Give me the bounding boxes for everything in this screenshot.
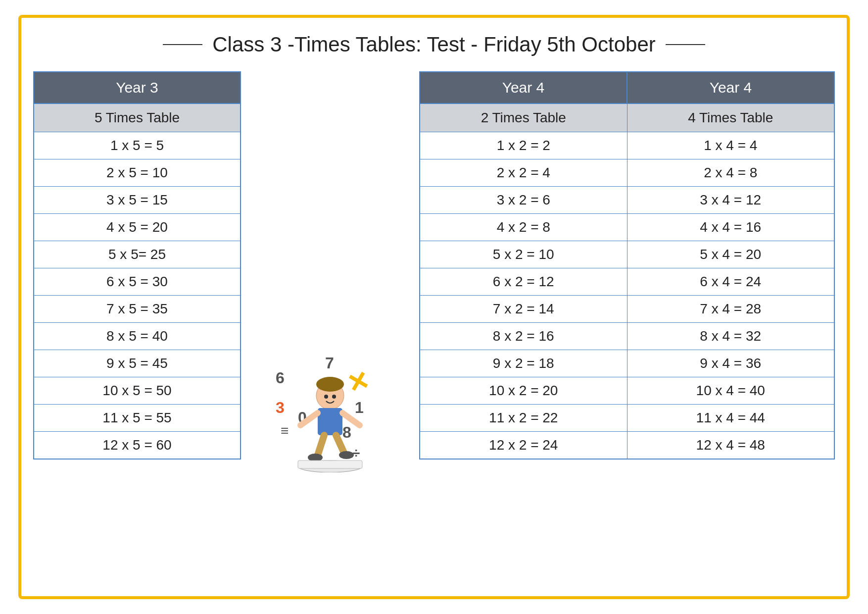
kid-svg: 6 7 3 0 1 8 ≡ ÷ ✕ xyxy=(271,354,389,472)
svg-text:3: 3 xyxy=(276,399,285,416)
year3-header: Year 3 xyxy=(34,72,241,103)
svg-text:✕: ✕ xyxy=(344,365,373,399)
table-row: 9 x 5 = 45 xyxy=(34,350,241,377)
title-line-left xyxy=(163,44,202,45)
table-row: 3 x 2 = 6 xyxy=(420,187,627,214)
table-row: 1 x 4 = 4 xyxy=(627,132,834,159)
table-row: 6 x 5 = 30 xyxy=(34,268,241,296)
table-row: 1 x 2 = 2 xyxy=(420,132,627,159)
year4-table: Year 4 Year 4 2 Times Table 4 Times Tabl… xyxy=(419,71,835,460)
year3-subheader: 5 Times Table xyxy=(34,103,241,132)
table-row: 8 x 2 = 16 xyxy=(420,323,627,350)
table-row: 11 x 5 = 55 xyxy=(34,405,241,432)
year3-section: Year 3 5 Times Table 1 x 5 = 52 x 5 = 10… xyxy=(33,71,241,460)
year4-col1-subheader: 2 Times Table xyxy=(420,103,627,132)
table-row: 4 x 4 = 16 xyxy=(627,214,834,241)
table-row: 2 x 5 = 10 xyxy=(34,159,241,187)
table-row: 12 x 2 = 24 xyxy=(420,432,627,460)
table-row: 3 x 4 = 12 xyxy=(627,187,834,214)
svg-rect-11 xyxy=(318,408,342,435)
table-row: 6 x 4 = 24 xyxy=(627,268,834,296)
table-row: 4 x 5 = 20 xyxy=(34,214,241,241)
title-text: Class 3 -Times Tables: Test - Friday 5th… xyxy=(212,33,656,56)
svg-point-19 xyxy=(332,395,336,399)
table-row: 10 x 4 = 40 xyxy=(627,377,834,405)
page-title: Class 3 -Times Tables: Test - Friday 5th… xyxy=(163,33,705,56)
page-container: Class 3 -Times Tables: Test - Friday 5th… xyxy=(18,15,850,599)
table-row: 5 x 5= 25 xyxy=(34,241,241,268)
table-row: 8 x 4 = 32 xyxy=(627,323,834,350)
svg-text:8: 8 xyxy=(342,423,351,441)
table-row: 11 x 4 = 44 xyxy=(627,405,834,432)
table-row: 5 x 4 = 20 xyxy=(627,241,834,268)
table-row: 10 x 2 = 20 xyxy=(420,377,627,405)
tables-area: Year 3 5 Times Table 1 x 5 = 52 x 5 = 10… xyxy=(41,71,827,477)
table-row: 5 x 2 = 10 xyxy=(420,241,627,268)
table-row: 9 x 2 = 18 xyxy=(420,350,627,377)
table-row: 9 x 4 = 36 xyxy=(627,350,834,377)
table-row: 12 x 5 = 60 xyxy=(34,432,241,460)
table-row: 7 x 2 = 14 xyxy=(420,296,627,323)
svg-text:÷: ÷ xyxy=(352,445,360,460)
table-row: 4 x 2 = 8 xyxy=(420,214,627,241)
svg-text:1: 1 xyxy=(355,399,364,416)
svg-text:≡: ≡ xyxy=(281,423,289,438)
svg-text:7: 7 xyxy=(325,354,334,372)
year4-col2-subheader: 4 Times Table xyxy=(627,103,834,132)
svg-rect-21 xyxy=(298,460,362,468)
table-row: 1 x 5 = 5 xyxy=(34,132,241,159)
svg-point-17 xyxy=(339,451,354,459)
svg-point-18 xyxy=(324,395,328,399)
table-row: 2 x 4 = 8 xyxy=(627,159,834,187)
table-row: 2 x 2 = 4 xyxy=(420,159,627,187)
year3-table: Year 3 5 Times Table 1 x 5 = 52 x 5 = 10… xyxy=(33,71,241,460)
table-row: 7 x 4 = 28 xyxy=(627,296,834,323)
table-row: 10 x 5 = 50 xyxy=(34,377,241,405)
table-row: 6 x 2 = 12 xyxy=(420,268,627,296)
svg-line-14 xyxy=(318,435,324,455)
table-row: 12 x 4 = 48 xyxy=(627,432,834,460)
year4-col1-header: Year 4 xyxy=(420,72,627,103)
year4-col2-header: Year 4 xyxy=(627,72,834,103)
table-row: 11 x 2 = 22 xyxy=(420,405,627,432)
title-line-right xyxy=(666,44,705,45)
table-row: 8 x 5 = 40 xyxy=(34,323,241,350)
math-illustration: 6 7 3 0 1 8 ≡ ÷ ✕ xyxy=(271,349,389,477)
year4-section: Year 4 Year 4 2 Times Table 4 Times Tabl… xyxy=(419,71,835,460)
svg-point-10 xyxy=(316,377,344,392)
svg-text:6: 6 xyxy=(276,369,285,387)
table-row: 3 x 5 = 15 xyxy=(34,187,241,214)
table-row: 7 x 5 = 35 xyxy=(34,296,241,323)
